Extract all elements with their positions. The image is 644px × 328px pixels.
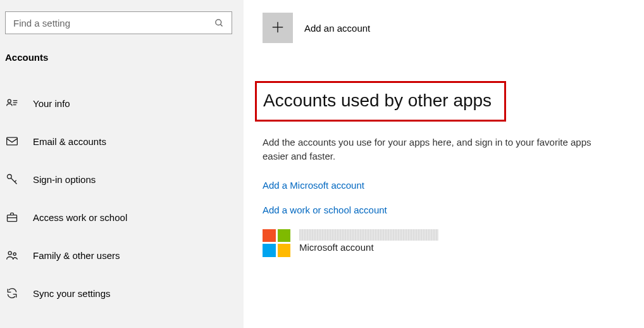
mail-icon [5, 135, 19, 148]
add-account-button[interactable] [263, 13, 293, 43]
sidebar-item-label: Access work or school [33, 212, 127, 223]
svg-point-10 [8, 251, 11, 255]
sidebar-heading: Accounts [0, 52, 244, 63]
add-microsoft-account-link[interactable]: Add a Microsoft account [263, 180, 625, 191]
section-description: Add the accounts you use for your apps h… [263, 136, 591, 163]
settings-sidebar: Accounts Your info Email & accounts Sign… [0, 0, 244, 328]
sidebar-item-your-info[interactable]: Your info [0, 88, 244, 118]
sidebar-item-label: Email & accounts [33, 136, 106, 147]
svg-point-11 [13, 253, 16, 255]
main-content: Add an account Accounts used by other ap… [244, 0, 644, 328]
svg-line-1 [220, 24, 222, 26]
svg-rect-8 [8, 215, 17, 222]
account-type: Microsoft account [299, 242, 438, 253]
account-text: Microsoft account [299, 229, 438, 253]
account-name-redacted [299, 229, 438, 241]
sidebar-item-label: Family & other users [33, 250, 120, 261]
sidebar-item-signin-options[interactable]: Sign-in options [0, 164, 244, 194]
sidebar-item-label: Your info [33, 98, 70, 109]
microsoft-logo-icon [263, 229, 290, 257]
search-input[interactable] [13, 18, 203, 28]
sidebar-item-access-work-school[interactable]: Access work or school [0, 202, 244, 232]
section-title: Accounts used by other apps [263, 91, 492, 111]
briefcase-icon [5, 211, 19, 224]
sync-icon [5, 287, 19, 300]
add-account-row: Add an account [263, 13, 625, 43]
people-icon [5, 249, 19, 262]
sidebar-item-sync-settings[interactable]: Sync your settings [0, 278, 244, 308]
sidebar-item-email-accounts[interactable]: Email & accounts [0, 126, 244, 156]
sidebar-item-family-other-users[interactable]: Family & other users [0, 240, 244, 270]
add-account-label: Add an account [304, 23, 370, 34]
key-icon [5, 173, 19, 186]
search-box[interactable] [5, 11, 232, 34]
sidebar-item-label: Sign-in options [33, 174, 96, 185]
plus-icon [271, 20, 285, 36]
sidebar-item-label: Sync your settings [33, 288, 111, 299]
add-work-school-account-link[interactable]: Add a work or school account [263, 205, 625, 215]
svg-point-7 [8, 175, 12, 179]
svg-point-0 [216, 19, 221, 25]
search-icon [214, 18, 224, 28]
svg-point-2 [8, 99, 11, 103]
person-card-icon [5, 97, 19, 110]
account-item[interactable]: Microsoft account [263, 229, 625, 257]
section-title-highlight: Accounts used by other apps [255, 81, 506, 122]
svg-rect-6 [7, 137, 18, 145]
